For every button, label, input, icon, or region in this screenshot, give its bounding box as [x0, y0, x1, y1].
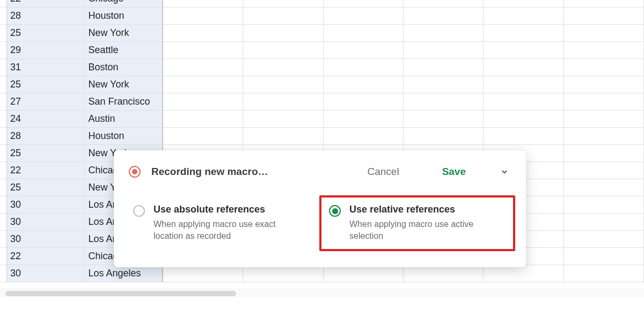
cell[interactable]	[163, 128, 243, 145]
cell[interactable]: 25	[7, 25, 85, 42]
cell[interactable]	[404, 42, 484, 59]
cell[interactable]	[163, 42, 243, 59]
cell[interactable]: Boston	[85, 59, 163, 76]
table-row[interactable]: 29Seattle	[0, 42, 644, 59]
cell[interactable]	[163, 59, 243, 76]
cell[interactable]	[484, 111, 564, 128]
cell[interactable]: Chicago	[85, 0, 163, 8]
cell[interactable]	[484, 76, 564, 93]
row-handle[interactable]	[0, 128, 7, 145]
scrollbar-thumb[interactable]	[5, 291, 236, 296]
cell[interactable]: 30	[7, 196, 85, 214]
cell[interactable]: Houston	[85, 128, 163, 145]
cell[interactable]: 28	[7, 8, 85, 25]
save-button[interactable]: Save	[442, 166, 466, 178]
row-handle[interactable]	[0, 111, 7, 128]
row-handle[interactable]	[0, 231, 7, 248]
cell[interactable]: Los Angeles	[85, 265, 163, 282]
cell[interactable]: Austin	[85, 111, 163, 128]
cell[interactable]	[484, 265, 564, 282]
cell[interactable]	[163, 76, 243, 93]
cell[interactable]	[404, 59, 484, 76]
cell[interactable]	[163, 111, 243, 128]
table-row[interactable]: 31Boston	[0, 59, 644, 76]
cell[interactable]	[324, 93, 404, 111]
cell[interactable]: 29	[7, 42, 85, 59]
cell[interactable]	[484, 25, 564, 42]
cell[interactable]	[564, 162, 644, 179]
cell[interactable]: 24	[7, 111, 85, 128]
row-handle[interactable]	[0, 196, 7, 214]
cell[interactable]	[324, 111, 404, 128]
cell[interactable]	[324, 128, 404, 145]
row-handle[interactable]	[0, 25, 7, 42]
absolute-references-option[interactable]: Use absolute references When applying ma…	[129, 195, 319, 251]
cell[interactable]: 22	[7, 0, 85, 8]
row-handle[interactable]	[0, 42, 7, 59]
cell[interactable]: San Francisco	[85, 93, 163, 111]
cell[interactable]	[564, 214, 644, 231]
cell[interactable]	[564, 0, 644, 8]
cell[interactable]	[564, 265, 644, 282]
cell[interactable]	[564, 145, 644, 162]
cell[interactable]	[404, 0, 484, 8]
cell[interactable]	[404, 8, 484, 25]
cell[interactable]	[243, 0, 323, 8]
cell[interactable]: New York	[85, 25, 163, 42]
cell[interactable]: 30	[7, 231, 85, 248]
cell[interactable]: Seattle	[85, 42, 163, 59]
cell[interactable]	[404, 25, 484, 42]
cell[interactable]	[324, 8, 404, 25]
cell[interactable]	[243, 128, 323, 145]
row-handle[interactable]	[0, 93, 7, 111]
table-row[interactable]: 24Austin	[0, 111, 644, 128]
cell[interactable]	[324, 42, 404, 59]
cell[interactable]	[564, 93, 644, 111]
cell[interactable]	[243, 42, 323, 59]
cell[interactable]	[243, 8, 323, 25]
cell[interactable]	[564, 8, 644, 25]
cell[interactable]: 28	[7, 128, 85, 145]
cell[interactable]	[324, 265, 404, 282]
table-row[interactable]: 22Chicago	[0, 0, 644, 8]
row-handle[interactable]	[0, 0, 7, 8]
cell[interactable]	[243, 93, 323, 111]
cell[interactable]	[163, 8, 243, 25]
cell[interactable]	[163, 265, 243, 282]
cell[interactable]	[324, 59, 404, 76]
horizontal-scrollbar[interactable]	[0, 289, 644, 297]
row-handle[interactable]	[0, 214, 7, 231]
row-handle[interactable]	[0, 265, 7, 282]
cell[interactable]: 30	[7, 214, 85, 231]
cell[interactable]	[243, 76, 323, 93]
cell[interactable]	[564, 25, 644, 42]
cell[interactable]	[163, 0, 243, 8]
cell[interactable]	[404, 111, 484, 128]
cell[interactable]: 22	[7, 162, 85, 179]
cell[interactable]	[243, 265, 323, 282]
row-handle[interactable]	[0, 162, 7, 179]
table-row[interactable]: 27San Francisco	[0, 93, 644, 111]
cell[interactable]	[163, 93, 243, 111]
cell[interactable]: 30	[7, 265, 85, 282]
relative-references-option[interactable]: Use relative references When applying ma…	[319, 195, 515, 251]
cell[interactable]	[404, 128, 484, 145]
table-row[interactable]: 25New York	[0, 25, 644, 42]
cell[interactable]	[564, 128, 644, 145]
cell[interactable]	[324, 76, 404, 93]
row-handle[interactable]	[0, 248, 7, 265]
cell[interactable]: 25	[7, 145, 85, 162]
cell[interactable]	[564, 42, 644, 59]
cell[interactable]	[484, 8, 564, 25]
cell[interactable]	[564, 231, 644, 248]
cell[interactable]	[324, 0, 404, 8]
expand-button[interactable]	[498, 165, 511, 178]
cell[interactable]: 31	[7, 59, 85, 76]
cell[interactable]	[243, 111, 323, 128]
table-row[interactable]: 28Houston	[0, 128, 644, 145]
cell[interactable]	[484, 42, 564, 59]
cell[interactable]	[243, 59, 323, 76]
cell[interactable]	[564, 59, 644, 76]
row-handle[interactable]	[0, 145, 7, 162]
cell[interactable]	[404, 76, 484, 93]
